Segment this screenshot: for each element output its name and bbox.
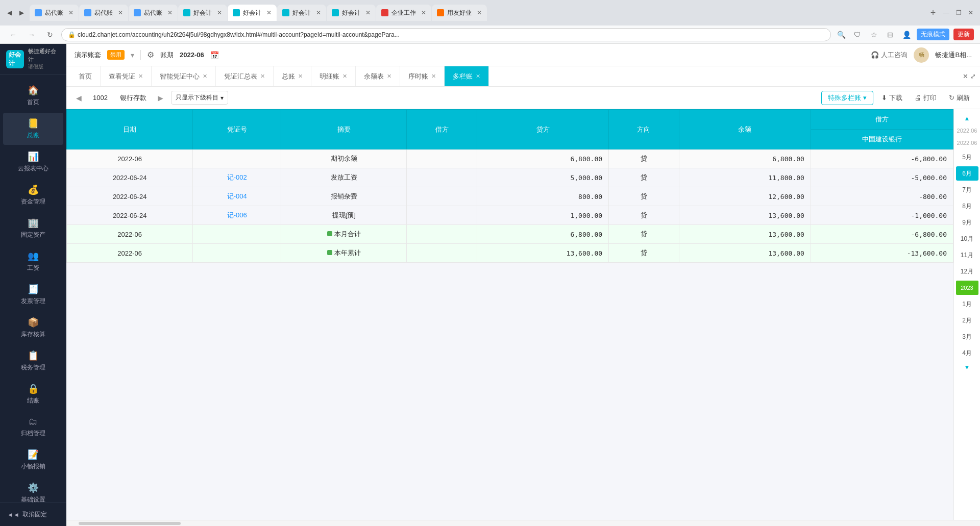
tab-close-icon[interactable]: ✕ xyxy=(167,9,173,16)
tab-close-icon[interactable]: ✕ xyxy=(477,9,482,16)
tab-multicolumn[interactable]: 多栏账 ✕ xyxy=(445,66,489,87)
user-avatar[interactable]: 畅 xyxy=(914,47,929,63)
month-9[interactable]: 9月 xyxy=(956,215,978,230)
sidebar-item-invoice[interactable]: 🧾 发票管理 xyxy=(3,279,63,311)
update-button[interactable]: 更新 xyxy=(953,29,974,40)
month-8[interactable]: 8月 xyxy=(956,199,978,213)
sidebar-item-inventory[interactable]: 📦 库存核算 xyxy=(3,312,63,344)
prev-account-button[interactable]: ◀ xyxy=(72,92,85,104)
refresh-button[interactable]: ↻ 刷新 xyxy=(945,91,974,105)
close-view-voucher-icon[interactable]: ✕ xyxy=(138,73,143,80)
sidebar-item-payroll[interactable]: 👥 工资 xyxy=(3,245,63,278)
tab-collapse-button[interactable]: ✕ ⤢ xyxy=(959,72,980,80)
tab-smart-voucher[interactable]: 智能凭证中心 ✕ xyxy=(152,66,216,87)
row-voucher-link[interactable]: 记-006 xyxy=(193,206,281,225)
month-10[interactable]: 10月 xyxy=(956,232,978,246)
sidebar-item-tax[interactable]: 📋 税务管理 xyxy=(3,345,63,377)
tab-home[interactable]: 首页 xyxy=(70,66,101,87)
tab-view-voucher[interactable]: 查看凭证 ✕ xyxy=(101,66,152,87)
browser-tab-9[interactable]: 用友好业✕ xyxy=(432,5,487,21)
browser-tab-4[interactable]: 好会计✕ xyxy=(178,5,227,21)
browser-tab-1[interactable]: 易代账✕ xyxy=(30,5,79,21)
shield-icon[interactable]: 🛡 xyxy=(851,29,864,41)
filter-select[interactable]: 只显示下级科目 ▾ xyxy=(171,91,228,105)
profile-icon[interactable]: 👤 xyxy=(900,29,913,41)
tab-close-icon[interactable]: ✕ xyxy=(421,9,426,16)
forward-nav-button[interactable]: → xyxy=(24,28,39,42)
month-7[interactable]: 7月 xyxy=(956,183,978,197)
sidebar-item-home[interactable]: 🏠 首页 xyxy=(3,80,63,112)
tab-close-icon[interactable]: ✕ xyxy=(365,9,371,16)
sidebar-item-report[interactable]: 📊 云报表中心 xyxy=(3,146,63,178)
month-11[interactable]: 11月 xyxy=(956,248,978,262)
forward-button[interactable]: ▶ xyxy=(16,8,27,18)
close-smart-voucher-icon[interactable]: ✕ xyxy=(203,73,207,80)
tab-close-icon[interactable]: ✕ xyxy=(68,9,74,16)
calendar-icon[interactable]: 📅 xyxy=(210,51,219,59)
month-2[interactable]: 2月 xyxy=(956,313,978,328)
new-tab-button[interactable]: + xyxy=(926,6,940,20)
scroll-thumb[interactable] xyxy=(79,522,181,525)
url-bar[interactable]: 🔒 cloud2.chanjet.com/accounting/uh26t264… xyxy=(61,28,831,41)
close-voucher-summary-icon[interactable]: ✕ xyxy=(260,73,265,80)
tab-close-icon[interactable]: ✕ xyxy=(118,9,123,16)
close-window-button[interactable]: ✕ xyxy=(966,8,976,18)
browser-tab-7[interactable]: 好会计✕ xyxy=(327,5,376,21)
back-nav-button[interactable]: ← xyxy=(6,28,20,42)
scroll-down-button[interactable]: ▼ xyxy=(960,362,974,372)
special-multicolumn-button[interactable]: 特殊多栏账 ▾ xyxy=(821,91,873,105)
tab-voucher-summary[interactable]: 凭证汇总表 ✕ xyxy=(216,66,274,87)
print-button[interactable]: 🖨 打印 xyxy=(911,91,941,105)
browser-tab-5[interactable]: 好会计✕ xyxy=(228,5,277,21)
maximize-button[interactable]: ❐ xyxy=(953,8,964,18)
close-journal-icon[interactable]: ✕ xyxy=(431,73,436,80)
chevron-down-icon[interactable]: ▾ xyxy=(131,51,134,59)
tab-journal[interactable]: 序时账 ✕ xyxy=(400,66,445,87)
browser-tab-2[interactable]: 易代账✕ xyxy=(79,5,128,21)
month-12[interactable]: 12月 xyxy=(956,264,978,279)
download-button[interactable]: ⬇ 下载 xyxy=(877,91,906,105)
browser-tab-3[interactable]: 易代账✕ xyxy=(129,5,178,21)
month-6[interactable]: 6月 xyxy=(956,166,978,181)
sidebar-item-fund[interactable]: 💰 资金管理 xyxy=(3,179,63,211)
row-voucher-link[interactable]: 记-002 xyxy=(193,168,281,187)
back-button[interactable]: ◀ xyxy=(4,8,14,18)
reload-button[interactable]: ↻ xyxy=(43,28,57,42)
tab-close-icon[interactable]: ✕ xyxy=(316,9,321,16)
tab-close-icon[interactable]: ✕ xyxy=(266,9,272,16)
split-screen-icon[interactable]: ⊟ xyxy=(884,29,896,41)
tab-detail-ledger[interactable]: 明细账 ✕ xyxy=(311,66,356,87)
browser-tab-6[interactable]: 好会计✕ xyxy=(277,5,326,21)
sidebar-item-expense[interactable]: 📝 小畅报销 xyxy=(3,444,63,476)
demo-badge[interactable]: 禁用 xyxy=(107,50,125,60)
month-1[interactable]: 1月 xyxy=(956,297,978,311)
scroll-up-button[interactable]: ▲ xyxy=(960,113,974,123)
search-icon[interactable]: 🔍 xyxy=(835,29,847,41)
close-detail-ledger-icon[interactable]: ✕ xyxy=(342,73,347,80)
month-3[interactable]: 3月 xyxy=(956,330,978,344)
sidebar-item-close[interactable]: 🔒 结账 xyxy=(3,378,63,410)
sidebar-item-settings[interactable]: ⚙️ 基础设置 xyxy=(3,477,63,503)
horizontal-scrollbar[interactable] xyxy=(66,520,980,526)
star-icon[interactable]: ☆ xyxy=(868,29,880,41)
sidebar-item-ledger[interactable]: 📒 总账 xyxy=(3,113,63,145)
minimize-button[interactable]: — xyxy=(941,8,951,18)
tab-balance[interactable]: 余额表 ✕ xyxy=(356,66,400,87)
close-balance-icon[interactable]: ✕ xyxy=(387,73,391,80)
close-multicolumn-icon[interactable]: ✕ xyxy=(476,73,480,80)
month-4[interactable]: 4月 xyxy=(956,346,978,360)
gear-icon[interactable]: ⚙ xyxy=(147,50,154,60)
sidebar-item-archive[interactable]: 🗂 归档管理 xyxy=(3,411,63,443)
period-value[interactable]: 2022-06 xyxy=(180,51,204,59)
close-general-ledger-icon[interactable]: ✕ xyxy=(298,73,303,80)
browser-tab-8[interactable]: 企业工作✕ xyxy=(376,5,431,21)
month-5[interactable]: 5月 xyxy=(956,150,978,164)
tab-close-icon[interactable]: ✕ xyxy=(217,9,222,16)
tab-general-ledger[interactable]: 总账 ✕ xyxy=(274,66,311,87)
sidebar-item-asset[interactable]: 🏢 固定资产 xyxy=(3,212,63,244)
next-account-button[interactable]: ▶ xyxy=(155,92,167,104)
unpin-button[interactable]: ◄◄ 取消固定 xyxy=(4,507,62,522)
consult-button[interactable]: 🎧 人工咨询 xyxy=(871,51,908,60)
table-wrapper[interactable]: 日期 凭证号 摘要 借方 贷方 方向 余额 借方 中国建设银行 xyxy=(66,109,953,520)
row-voucher-link[interactable]: 记-004 xyxy=(193,187,281,206)
